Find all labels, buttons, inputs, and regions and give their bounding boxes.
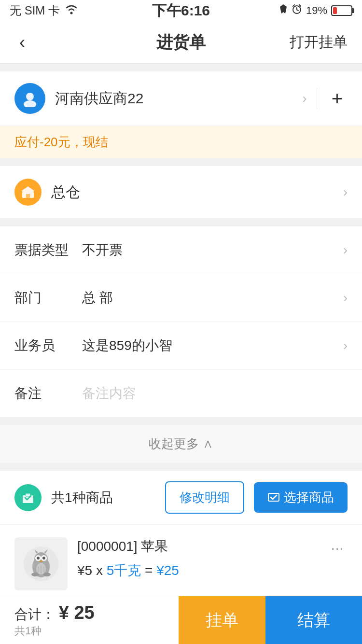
warning-banner: 应付-20元，现结 (0, 126, 362, 158)
dept-row[interactable]: 部门 总 部 › (0, 274, 362, 322)
warehouse-row[interactable]: 总仓 › (0, 166, 362, 218)
staff-label: 业务员 (14, 336, 82, 355)
divider (317, 88, 317, 109)
collapse-bar[interactable]: 收起更多 ∧ (0, 425, 362, 463)
remark-row[interactable]: 备注 备注内容 (0, 369, 362, 417)
location-icon (279, 4, 288, 17)
svg-point-16 (42, 557, 45, 560)
invoice-row[interactable]: 票据类型 不开票 › (0, 226, 362, 274)
collapse-label: 收起更多 ∧ (149, 436, 213, 451)
add-button[interactable]: + (327, 88, 348, 110)
alarm-icon (292, 4, 302, 17)
footer: 合计： ¥ 25 共1种 挂单 结算 (0, 596, 362, 644)
invoice-chevron: › (343, 242, 348, 258)
product-price: ¥5 x 5千克 = ¥25 (77, 561, 317, 580)
svg-point-15 (37, 557, 40, 560)
warehouse-section: 总仓 › (0, 166, 362, 218)
settle-button[interactable]: 结算 (265, 596, 362, 644)
product-info: [0000001] 苹果 ¥5 x 5千克 = ¥25 (77, 537, 317, 580)
product-title: [0000001] 苹果 (77, 537, 317, 556)
total-value: ¥25 (156, 563, 179, 578)
product-section: 共1种商品 修改明细 选择商品 (0, 471, 362, 603)
status-bar: 无 SIM 卡 下午6:16 19% (0, 0, 362, 21)
dept-value: 总 部 (82, 289, 338, 307)
price-x: x (96, 563, 107, 578)
product-thumbnail (14, 537, 68, 590)
supplier-section: 河南供应商22 › + 应付-20元，现结 (0, 71, 362, 158)
battery-icon (331, 5, 352, 16)
select-product-label: 选择商品 (284, 489, 334, 506)
invoice-value: 不开票 (82, 241, 338, 259)
edit-detail-button[interactable]: 修改明细 (165, 481, 244, 514)
invoice-label: 票据类型 (14, 241, 82, 259)
total-amount: ¥ 25 (59, 602, 95, 623)
page-title: 进货单 (156, 31, 206, 54)
warehouse-icon (14, 179, 42, 206)
svg-marker-5 (21, 186, 35, 191)
dept-chevron: › (343, 290, 348, 306)
equals: = (145, 563, 156, 578)
warning-text: 应付-20元，现结 (14, 135, 108, 149)
pending-label: 挂单 (206, 609, 238, 631)
supplier-avatar (14, 83, 45, 114)
remark-label: 备注 (14, 384, 82, 403)
total-label: 合计： (14, 607, 55, 622)
pending-button[interactable]: 挂单 (179, 596, 265, 644)
status-left: 无 SIM 卡 (10, 3, 78, 18)
nav-bar: ‹ 进货单 打开挂单 (0, 21, 362, 64)
dept-label: 部门 (14, 289, 82, 307)
select-product-button[interactable]: 选择商品 (254, 482, 348, 513)
status-right: 19% (279, 4, 352, 17)
carrier-text: 无 SIM 卡 (10, 3, 60, 18)
warehouse-name: 总仓 (51, 182, 338, 202)
more-button[interactable]: ··· (327, 537, 348, 559)
supplier-row[interactable]: 河南供应商22 › + (0, 71, 362, 126)
total-sub: 共1种 (14, 624, 164, 638)
staff-row[interactable]: 业务员 这是859的小智 › (0, 322, 362, 369)
settle-label: 结算 (297, 609, 330, 631)
open-pending-button[interactable]: 打开挂单 (290, 32, 348, 52)
supplier-name: 河南供应商22 (55, 89, 297, 109)
remark-input[interactable]: 备注内容 (82, 384, 348, 403)
qty-value: 5千克 (107, 563, 141, 578)
supplier-chevron: › (302, 91, 306, 106)
wifi-icon (65, 4, 78, 17)
svg-point-2 (26, 93, 34, 100)
footer-total: 合计： ¥ 25 共1种 (0, 602, 179, 638)
status-time: 下午6:16 (152, 1, 210, 21)
product-count: 共1种商品 (51, 489, 155, 507)
svg-rect-9 (268, 493, 279, 501)
svg-rect-6 (26, 194, 30, 198)
svg-point-0 (70, 12, 73, 14)
product-header: 共1种商品 修改明细 选择商品 (0, 471, 362, 524)
staff-value: 这是859的小智 (82, 336, 338, 355)
staff-chevron: › (343, 338, 348, 353)
back-button[interactable]: ‹ (14, 28, 30, 57)
form-section: 票据类型 不开票 › 部门 总 部 › 业务员 这是859的小智 › 备注 备注… (0, 226, 362, 417)
svg-point-3 (24, 100, 36, 107)
warehouse-chevron: › (343, 184, 348, 200)
product-item: [0000001] 苹果 ¥5 x 5千克 = ¥25 ··· (0, 524, 362, 603)
battery-text: 19% (306, 4, 327, 17)
product-icon (14, 484, 42, 511)
svg-rect-8 (26, 493, 30, 496)
price-value: ¥5 (77, 563, 92, 578)
